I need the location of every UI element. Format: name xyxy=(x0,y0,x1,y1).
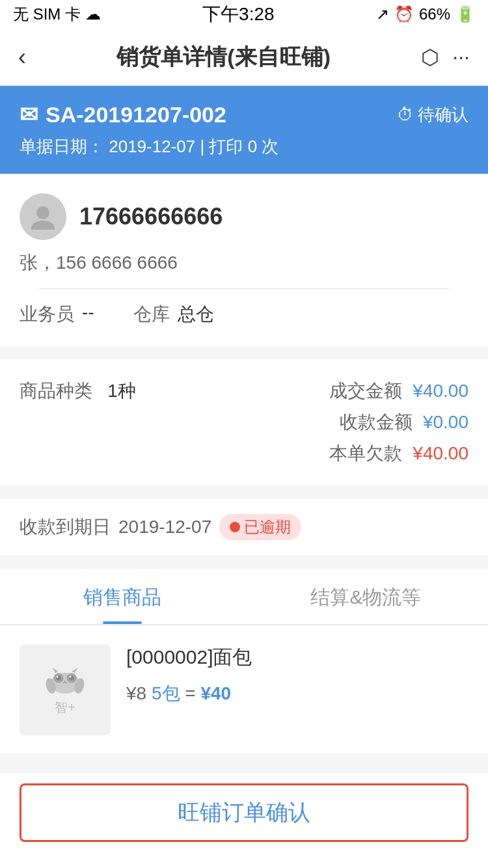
alarm-icon: ⏰ xyxy=(394,5,414,23)
order-date-value: 2019-12-07 xyxy=(109,137,195,156)
equals-symbol: = xyxy=(185,683,195,703)
due-date-value: 2019-12-07 xyxy=(118,517,211,537)
svg-point-8 xyxy=(70,675,72,677)
nav-actions: ⬡ ··· xyxy=(421,45,470,70)
product-image: 智+ xyxy=(20,644,111,735)
status-time: 下午3:28 xyxy=(202,2,275,27)
unit-price: ¥8 xyxy=(126,683,146,703)
overdue-badge: 已逾期 xyxy=(219,514,301,540)
debt-label: 本单欠款 xyxy=(329,441,402,466)
status-right: ↗ ⏰ 66% 🔋 xyxy=(376,5,475,23)
product-type-info: 商品种类 1种 xyxy=(20,379,136,466)
share-icon[interactable]: ⬡ xyxy=(421,45,439,70)
print-info: | 打印 0 次 xyxy=(200,137,278,156)
product-name: [0000002]面包 xyxy=(126,644,468,671)
location-icon: ↗ xyxy=(376,5,389,23)
date-label: 单据日期： xyxy=(20,137,104,156)
svg-point-0 xyxy=(36,206,49,219)
status-left: 无 SIM 卡 ☁ xyxy=(13,4,101,25)
more-icon[interactable]: ··· xyxy=(452,45,470,69)
tab-settlement-label: 结算&物流等 xyxy=(310,586,421,608)
back-button[interactable]: ‹ xyxy=(18,44,26,71)
overdue-dot-icon xyxy=(230,522,240,532)
avatar xyxy=(20,193,66,240)
amount-info: 成交金额 ¥40.00 收款金额 ¥0.00 本单欠款 ¥40.00 xyxy=(329,379,468,466)
amount-row: 成交金额 ¥40.00 xyxy=(329,379,468,403)
tabs: 销售商品 结算&物流等 xyxy=(0,569,488,625)
due-date-card: 收款到期日 2019-12-07 已逾期 xyxy=(0,498,488,556)
svg-point-5 xyxy=(57,675,59,677)
tab-settlement[interactable]: 结算&物流等 xyxy=(244,569,488,624)
confirm-btn-wrapper: 旺铺订单确认 xyxy=(0,773,488,868)
warehouse-label: 仓库 xyxy=(133,302,170,327)
customer-card: 17666666666 张，156 6666 6666 业务员 -- 仓库 总仓 xyxy=(0,174,488,346)
no-sim-text: 无 SIM 卡 ☁ xyxy=(13,4,101,25)
sales-meta: 业务员 -- xyxy=(20,302,94,327)
overdue-text: 已逾期 xyxy=(244,517,291,537)
order-id: ✉ SA-20191207-002 xyxy=(20,102,226,128)
page-title: 销货单详情(来自旺铺) xyxy=(116,42,331,72)
debt-value: ¥40.00 xyxy=(413,443,468,464)
owl-logo: 智+ xyxy=(42,664,88,716)
warehouse-meta: 仓库 总仓 xyxy=(133,302,214,327)
svg-marker-11 xyxy=(72,668,78,673)
order-status: ⏱ 待确认 xyxy=(397,103,468,126)
status-clock-icon: ⏱ xyxy=(397,105,414,125)
product-card: 智+ [0000002]面包 ¥8 5包 = ¥40 xyxy=(0,626,488,753)
summary-card: 商品种类 1种 成交金额 ¥40.00 收款金额 ¥0.00 本单欠款 ¥40.… xyxy=(0,359,488,485)
logo-text: 智+ xyxy=(55,699,75,716)
order-date-row: 单据日期： 2019-12-07 | 打印 0 次 xyxy=(20,135,468,158)
tab-sales-products[interactable]: 销售商品 xyxy=(0,569,244,624)
received-value: ¥0.00 xyxy=(423,412,468,433)
debt-row: 本单欠款 ¥40.00 xyxy=(329,441,468,466)
battery-text: 66% xyxy=(419,5,450,23)
battery-icon: 🔋 xyxy=(455,5,475,23)
amount-value: ¥40.00 xyxy=(413,381,468,401)
quantity: 5包 xyxy=(152,683,180,703)
confirm-button-label: 旺铺订单确认 xyxy=(178,798,310,828)
amount-label: 成交金额 xyxy=(329,379,402,403)
received-row: 收款金额 ¥0.00 xyxy=(340,410,468,435)
tab-sales-label: 销售商品 xyxy=(83,586,161,608)
warehouse-value: 总仓 xyxy=(178,302,214,327)
confirm-button[interactable]: 旺铺订单确认 xyxy=(20,783,468,842)
status-bar: 无 SIM 卡 ☁ 下午3:28 ↗ ⏰ 66% 🔋 xyxy=(0,0,488,29)
type-value: 1种 xyxy=(107,381,136,401)
customer-meta: 业务员 -- 仓库 总仓 xyxy=(20,302,468,327)
product-price: ¥8 5包 = ¥40 xyxy=(126,681,468,706)
type-label: 商品种类 xyxy=(20,381,92,401)
customer-name: 张，156 6666 6666 xyxy=(20,251,468,275)
order-status-text: 待确认 xyxy=(418,103,468,126)
svg-point-1 xyxy=(31,221,55,230)
svg-marker-10 xyxy=(52,668,59,673)
total-price: ¥40 xyxy=(200,683,231,703)
received-label: 收款金额 xyxy=(340,410,413,435)
customer-phone: 17666666666 xyxy=(79,203,223,230)
order-id-text: SA-20191207-002 xyxy=(46,102,226,128)
product-info: [0000002]面包 ¥8 5包 = ¥40 xyxy=(126,644,468,706)
due-label: 收款到期日 xyxy=(20,515,111,539)
order-icon: ✉ xyxy=(20,102,38,128)
sales-value: -- xyxy=(82,302,94,327)
nav-bar: ‹ 销货单详情(来自旺铺) ⬡ ··· xyxy=(0,29,488,86)
order-header: ✉ SA-20191207-002 ⏱ 待确认 单据日期： 2019-12-07… xyxy=(0,86,488,174)
sales-label: 业务员 xyxy=(20,302,74,327)
